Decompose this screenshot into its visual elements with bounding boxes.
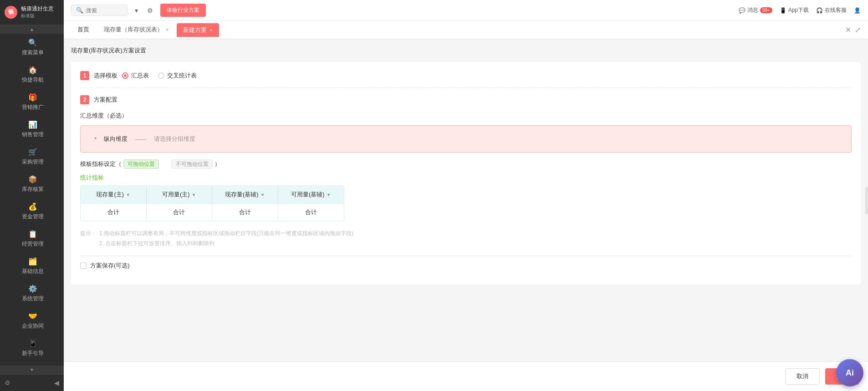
vertical-dimension-label: 纵向维度: [104, 135, 128, 143]
radio-summary-dot: [122, 72, 128, 79]
save-checkbox[interactable]: [80, 262, 87, 269]
section1: 1 选择模板 汇总表 交叉统计表: [80, 71, 852, 80]
sidebar-item-search[interactable]: 🔍 搜索菜单: [0, 34, 64, 61]
sidebar-item-newcomer[interactable]: 📱 新手引导: [0, 334, 64, 362]
sidebar-item-marketing[interactable]: 🎁 营销推广: [0, 88, 64, 116]
topbar-right: 💬 消息 99+ 📱 App下载 🎧 在线客服 👤: [739, 6, 861, 14]
tip2-text: 2. 点击标题栏下拉可设置排序、插入列和删除列: [99, 239, 214, 249]
clipboard-icon: 📋: [28, 230, 37, 238]
app-name: 畅康通好生意: [21, 5, 54, 13]
tip1-text: 1.拖动标题栏可以调整布局，不可跨维度或指标区域拖动栏目字段(只能在同一维度或指…: [99, 229, 353, 239]
headset-icon: 🎧: [816, 7, 823, 14]
col-dropdown-1[interactable]: ▼: [192, 192, 196, 197]
tab-inventory-close[interactable]: ×: [166, 27, 168, 32]
gift-icon: 🎁: [28, 93, 37, 102]
section2-header: 2 方案配置: [80, 95, 852, 104]
sidebar-item-purchase[interactable]: 🛒 采购管理: [0, 143, 64, 170]
online-service-btn[interactable]: 🎧 在线客服: [816, 6, 847, 14]
dimension-placeholder[interactable]: 请选择分组维度: [154, 135, 195, 143]
col-header-3[interactable]: 可用量(基辅) ▼: [278, 186, 344, 203]
col-dropdown-3[interactable]: ▼: [327, 192, 331, 197]
app-edition: 标准版: [21, 13, 54, 19]
user-avatar[interactable]: 👤: [854, 7, 861, 14]
col-header-0[interactable]: 现存量(主) ▼: [81, 186, 147, 203]
sidebar-scroll-down[interactable]: ▼: [0, 365, 64, 374]
section2: 2 方案配置 汇总维度（必选） * 纵向维度 —— 请选择分组维度: [80, 95, 852, 275]
col-dropdown-0[interactable]: ▼: [126, 192, 130, 197]
sidebar-item-basicinfo[interactable]: 🗂️ 基础信息: [0, 252, 64, 280]
search-bar[interactable]: 🔍: [71, 5, 128, 16]
tab-inventory[interactable]: 现存量（库存状况表） ×: [97, 22, 175, 38]
home-icon: 🏠: [28, 66, 37, 74]
sidebar-logo: 畅 畅康通好生意 标准版: [0, 0, 64, 25]
section2-title: 方案配置: [94, 96, 117, 104]
stats-table: 现存量(主) ▼ 可用量(主) ▼ 现存量(基辅) ▼ 可用量(基辅): [80, 185, 344, 221]
topbar: 🔍 ▾ ⚙ 体验行业方案 💬 消息 99+ 📱 App下载 🎧 在线客服 👤: [64, 0, 868, 21]
ai-bubble[interactable]: Ai: [836, 359, 863, 386]
tips-title: 提示：: [80, 229, 97, 239]
sidebar-bottom: ⚙ ◀: [0, 374, 64, 391]
download-icon: 📱: [780, 7, 786, 14]
app-download-btn[interactable]: 📱 App下载: [780, 6, 809, 14]
sidebar-item-sysmanage[interactable]: ⚙️ 系统管理: [0, 280, 64, 307]
tab-close-icon[interactable]: ✕: [845, 26, 851, 34]
tips-box: 提示： 1.拖动标题栏可以调整布局，不可跨维度或指标区域拖动栏目字段(只能在同一…: [80, 229, 852, 248]
sidebar-item-appcenter[interactable]: 🔲 应用中心: [0, 362, 64, 365]
message-icon: 💬: [739, 7, 745, 14]
indicator-separator: [162, 160, 168, 167]
footer-bar: 取消 查询: [64, 361, 868, 391]
save-option: 方案保存(可选): [80, 256, 852, 275]
main-area: 🔍 ▾ ⚙ 体验行业方案 💬 消息 99+ 📱 App下载 🎧 在线客服 👤: [64, 0, 868, 391]
chart-icon: 📊: [28, 120, 37, 129]
section-divider-1: [80, 87, 852, 88]
radio-summary[interactable]: 汇总表: [122, 72, 149, 80]
sidebar-nav: 🔍 搜索菜单 🏠 快捷导航 🎁 营销推广 📊 销售管理 🛒 采购管理 📦 库存核…: [0, 34, 64, 365]
cancel-button[interactable]: 取消: [785, 368, 820, 385]
box-icon: 📦: [28, 175, 37, 184]
section1-number: 1: [80, 71, 89, 80]
search-icon: 🔍: [28, 38, 37, 47]
tab-new-close[interactable]: ×: [209, 27, 212, 33]
stats-cell-0: 合计: [81, 204, 147, 221]
col-header-2[interactable]: 现存量(基辅) ▼: [212, 186, 278, 203]
sidebar-item-bizagree[interactable]: 🤝 企业协同: [0, 307, 64, 334]
settings-bottom-icon[interactable]: ⚙: [5, 379, 10, 386]
sidebar-item-inventory[interactable]: 📦 库存核算: [0, 170, 64, 198]
gear-icon-top[interactable]: ⚙: [145, 5, 155, 16]
collapse-icon[interactable]: ◀: [54, 379, 59, 386]
non-draggable-badge: 不可拖动位置: [172, 159, 213, 169]
dimension-box: * 纵向维度 —— 请选择分组维度: [80, 125, 852, 153]
tab-expand-icon[interactable]: ⤢: [855, 26, 861, 34]
col-dropdown-2[interactable]: ▼: [260, 192, 265, 197]
content-area: 现存量(库存状况表)方案设置 1 选择模板 汇总表 交叉统计表: [64, 39, 868, 361]
tab-home[interactable]: 首页: [71, 22, 96, 38]
indicator-config-label: 模板指标设定（ 可拖动位置 不可拖动位置 ）: [80, 160, 220, 168]
col-header-1[interactable]: 可用量(主) ▼: [147, 186, 213, 203]
draggable-badge: 可拖动位置: [123, 159, 159, 169]
dimension-dash: ——: [135, 136, 147, 143]
right-scroll-handle[interactable]: [865, 187, 868, 214]
sidebar-item-bizmanage[interactable]: 📋 经营管理: [0, 225, 64, 252]
sidebar-item-finance[interactable]: 💰 资金管理: [0, 198, 64, 225]
radio-cross-dot: [158, 72, 164, 79]
summary-dimension-label: 汇总维度（必选）: [80, 112, 852, 120]
industry-btn[interactable]: 体验行业方案: [160, 4, 206, 17]
search-input[interactable]: [86, 7, 123, 14]
cart-icon: 🛒: [28, 148, 37, 156]
user-icon: 👤: [854, 7, 861, 14]
sidebar-item-quicknav[interactable]: 🏠 快捷导航: [0, 61, 64, 88]
message-btn[interactable]: 💬 消息 99+: [739, 6, 772, 14]
mobile-icon: 📱: [28, 339, 37, 348]
stats-cell-2: 合计: [212, 204, 278, 221]
gear-icon: ⚙️: [28, 284, 37, 293]
sidebar-scroll-up[interactable]: ▲: [0, 25, 64, 34]
tip-line-2: 提示： 2. 点击标题栏下拉可设置排序、插入列和删除列: [80, 239, 852, 249]
message-badge: 99+: [760, 7, 772, 13]
handshake-icon: 🤝: [28, 312, 37, 320]
sidebar-item-sales[interactable]: 📊 销售管理: [0, 116, 64, 143]
tab-new-scheme[interactable]: 新建方案 ×: [177, 23, 219, 37]
logo-icon: 畅: [5, 6, 17, 19]
dropdown-icon[interactable]: ▾: [133, 5, 140, 16]
radio-cross[interactable]: 交叉统计表: [158, 72, 197, 80]
tabs-bar: 首页 现存量（库存状况表） × 新建方案 × ✕ ⤢: [64, 21, 868, 39]
